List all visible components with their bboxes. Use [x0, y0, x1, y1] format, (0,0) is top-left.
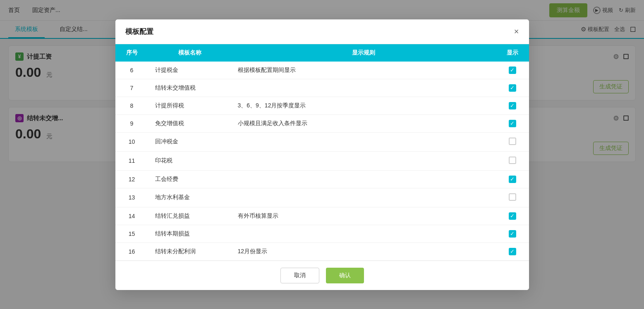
- cell-rule: 3、6、9、12月按季度显示: [231, 97, 496, 114]
- config-table: 序号 模板名称 显示规则 显示 6计提税金根据模板配置期间显示7结转未交增值税8…: [115, 44, 529, 261]
- cell-rule: [231, 170, 496, 188]
- cell-no: 11: [115, 151, 148, 170]
- cell-no: 8: [115, 97, 148, 114]
- cell-checkbox: [496, 225, 529, 242]
- cell-checkbox: [496, 114, 529, 132]
- table-row: 11印花税: [115, 151, 529, 170]
- modal-overlay: 模板配置 × 序号 模板名称 显示规则 显示 6计提税金根据模板配置期间显示7结…: [0, 0, 644, 309]
- col-header-rule: 显示规则: [231, 44, 496, 62]
- table-header: 序号 模板名称 显示规则 显示: [115, 44, 529, 62]
- cell-name: 计提所得税: [148, 97, 231, 114]
- row-checkbox[interactable]: [509, 120, 516, 127]
- modal-footer: 取消 确认: [115, 261, 529, 290]
- cell-checkbox: [496, 151, 529, 170]
- cell-checkbox: [496, 242, 529, 260]
- row-checkbox[interactable]: [509, 67, 516, 74]
- cell-checkbox: [496, 188, 529, 207]
- cell-name: 结转未交增值税: [148, 79, 231, 97]
- modal-title: 模板配置: [125, 27, 153, 36]
- table-row: 16结转未分配利润12月份显示: [115, 242, 529, 260]
- table-row: 7结转未交增值税: [115, 79, 529, 97]
- table-body: 6计提税金根据模板配置期间显示7结转未交增值税8计提所得税3、6、9、12月按季…: [115, 62, 529, 261]
- cell-no: 12: [115, 170, 148, 188]
- cell-checkbox: [496, 79, 529, 97]
- row-checkbox[interactable]: [509, 230, 516, 238]
- table-row: 13地方水利基金: [115, 188, 529, 207]
- cell-no: 7: [115, 79, 148, 97]
- cell-name: 工会经费: [148, 170, 231, 188]
- cell-name: 回冲税金: [148, 132, 231, 151]
- cell-checkbox: [496, 62, 529, 79]
- cell-checkbox: [496, 132, 529, 151]
- row-checkbox[interactable]: [509, 102, 516, 109]
- cell-rule: 小规模且满足收入条件显示: [231, 114, 496, 132]
- cell-name: 结转汇兑损益: [148, 207, 231, 225]
- table-row: 15结转本期损益: [115, 225, 529, 242]
- col-header-name: 模板名称: [148, 44, 231, 62]
- row-checkbox[interactable]: [509, 84, 516, 92]
- cell-name: 结转未分配利润: [148, 242, 231, 260]
- cell-no: 15: [115, 225, 148, 242]
- row-checkbox[interactable]: [509, 248, 516, 255]
- table-row: 6计提税金根据模板配置期间显示: [115, 62, 529, 79]
- table-row: 12工会经费: [115, 170, 529, 188]
- table-row: 8计提所得税3、6、9、12月按季度显示: [115, 97, 529, 114]
- cell-rule: [231, 225, 496, 242]
- cancel-button[interactable]: 取消: [280, 268, 319, 283]
- modal-close-button[interactable]: ×: [514, 27, 519, 36]
- col-header-display: 显示: [496, 44, 529, 62]
- cell-no: 16: [115, 242, 148, 260]
- cell-name: 印花税: [148, 151, 231, 170]
- cell-rule: 12月份显示: [231, 242, 496, 260]
- cell-checkbox: [496, 170, 529, 188]
- cell-name: 免交增值税: [148, 114, 231, 132]
- table-row: 14结转汇兑损益有外币核算显示: [115, 207, 529, 225]
- cell-no: 6: [115, 62, 148, 79]
- cell-rule: [231, 151, 496, 170]
- cell-no: 13: [115, 188, 148, 207]
- cell-rule: [231, 132, 496, 151]
- table-row: 9免交增值税小规模且满足收入条件显示: [115, 114, 529, 132]
- cell-checkbox: [496, 97, 529, 114]
- cell-name: 结转本期损益: [148, 225, 231, 242]
- col-header-no: 序号: [115, 44, 148, 62]
- cell-name: 计提税金: [148, 62, 231, 79]
- cell-rule: 根据模板配置期间显示: [231, 62, 496, 79]
- row-checkbox[interactable]: [509, 176, 516, 183]
- cell-no: 9: [115, 114, 148, 132]
- modal-body[interactable]: 序号 模板名称 显示规则 显示 6计提税金根据模板配置期间显示7结转未交增值税8…: [115, 44, 529, 261]
- template-config-modal: 模板配置 × 序号 模板名称 显示规则 显示 6计提税金根据模板配置期间显示7结…: [115, 19, 529, 290]
- row-checkbox[interactable]: [509, 212, 516, 220]
- confirm-button[interactable]: 确认: [326, 268, 364, 283]
- cell-rule: 有外币核算显示: [231, 207, 496, 225]
- row-checkbox[interactable]: [509, 157, 516, 164]
- modal-header: 模板配置 ×: [115, 19, 529, 44]
- cell-no: 10: [115, 132, 148, 151]
- cell-rule: [231, 79, 496, 97]
- cell-no: 14: [115, 207, 148, 225]
- table-row: 10回冲税金: [115, 132, 529, 151]
- row-checkbox[interactable]: [509, 138, 516, 145]
- cell-rule: [231, 188, 496, 207]
- cell-name: 地方水利基金: [148, 188, 231, 207]
- cell-checkbox: [496, 207, 529, 225]
- row-checkbox[interactable]: [509, 193, 516, 201]
